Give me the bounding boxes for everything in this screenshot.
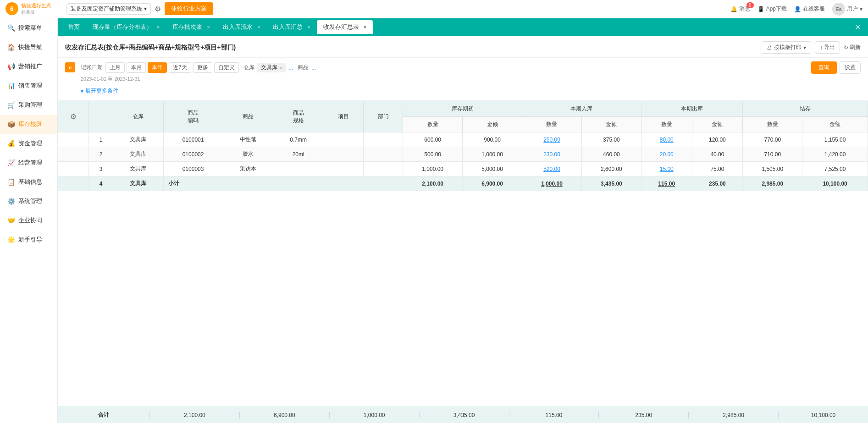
subtotal-in-qty[interactable]: 1,000.00 [522,176,582,191]
system-selector[interactable]: 装备及固定资产辅助管理系统 ▾ [66,3,151,15]
warehouse-tag-close[interactable]: × [279,65,282,71]
sidebar-item-purchase[interactable]: 🛒 采购管理 [0,95,57,115]
service-icon: 👤 [794,6,801,12]
tab-inout-summary[interactable]: 出入库汇总 × [266,20,316,34]
subtotal-out-qty[interactable]: 115.00 [641,176,692,191]
content-area: 收发存汇总表(按仓库+商品编码+商品+规格型号+项目+部门) 🖨 按模板打印 ▾… [58,36,868,423]
list-icon: 📋 [7,178,15,186]
sidebar-label-operation: 经营管理 [18,159,42,167]
row-in-qty[interactable]: 520.00 [522,162,582,176]
tab-inventory-dist[interactable]: 现存量（库存分布表） × [86,20,166,34]
sidebar-item-enterprise[interactable]: 🤝 企业协同 [0,211,57,230]
logo-name: 畅捷通好生意 [21,2,51,9]
settings-icon[interactable]: ⚙ [155,5,161,13]
date-range-text: 2023-01-01 至 2023-12-31 [81,76,140,82]
sidebar-item-newguide[interactable]: 🌟 新手引导 [0,230,57,249]
trial-button[interactable]: 体验行业方案 [165,2,213,15]
tab-close-icon[interactable]: × [257,24,260,30]
row-spec: 0.7mm [273,132,324,147]
date-btn-this-month[interactable]: 本月 [127,62,146,73]
subtotal-start-qty: 2,100.00 [403,176,463,191]
print-template-button[interactable]: 🖨 按模板打印 ▾ [762,41,811,54]
query-button[interactable]: 查询 [811,61,837,74]
row-settings [58,147,89,162]
th-goods: 商品 [223,101,273,132]
user-area[interactable]: Ea 用户 ▾ [832,3,862,16]
warehouse-tag-name: 文具库 [261,64,277,71]
table-row: 3 文具库 0100003 采访本 1,000.00 5,000.00 520.… [58,162,868,176]
megaphone-icon: 📢 [7,63,15,70]
header-right: 🔔 消息 6 📱 App下载 👤 在线客服 Ea 用户 ▾ [730,3,862,16]
dropdown-icon: ▾ [144,5,147,12]
tab-home[interactable]: 首页 [61,20,86,34]
subtotal-label: 小计 [163,176,403,191]
date-btn-this-year[interactable]: 本年 [148,62,167,73]
tab-home-label: 首页 [68,23,80,31]
row-no: 2 [89,147,113,162]
tab-close-icon[interactable]: × [307,24,310,30]
th-settings[interactable]: ⚙ [58,101,89,132]
date-btn-last-month[interactable]: 上月 [105,62,125,73]
goods-ellipsis[interactable]: ... [311,65,316,71]
row-out-amt: 75.00 [692,162,743,176]
sidebar-item-system[interactable]: ⚙️ 系统管理 [0,192,57,211]
sidebar-item-finance[interactable]: 💰 资金管理 [0,134,57,153]
app-download[interactable]: 📱 App下载 [757,5,787,13]
sidebar-item-quicknav[interactable]: 🏠 快捷导航 [0,38,57,57]
refresh-button[interactable]: ↻ 刷新 [844,44,861,51]
row-code: 0100002 [163,147,223,162]
sidebar-item-inventory[interactable]: 📦 库存核算 [0,115,57,134]
row-in-amt: 460.00 [581,147,641,162]
row-out-qty[interactable]: 20.00 [641,147,692,162]
sidebar-item-operation[interactable]: 📈 经营管理 [0,153,57,172]
th-out-qty: 数量 [641,117,692,132]
tab-close-icon[interactable]: × [207,24,210,30]
tab-close-icon[interactable]: × [157,24,160,30]
th-start-amt: 金额 [463,117,522,132]
filter-toggle-button[interactable]: » [65,62,75,72]
tab-batch[interactable]: 库存批次账 × [166,20,216,34]
row-goods: 采访本 [223,162,273,176]
footer-in-qty: 1,000.00 [329,412,419,418]
footer-out-qty: 115.00 [509,412,599,418]
chevron-down-icon: ▾ [81,88,83,94]
row-in-qty[interactable]: 230.00 [522,147,582,162]
row-in-amt: 375.00 [581,132,641,147]
date-btn-custom[interactable]: 自定义 [214,62,239,73]
row-start-amt: 900.00 [463,132,522,147]
row-bal-qty: 770.00 [743,132,802,147]
sidebar-item-marketing[interactable]: 📢 营销推广 [0,57,57,76]
goods-filter: 商品 ... [298,64,316,71]
tab-inout-flow[interactable]: 出入库流水 × [216,20,266,34]
date-btn-7days[interactable]: 近7天 [169,62,191,73]
row-in-qty[interactable]: 250.00 [522,132,582,147]
row-out-qty[interactable]: 15.00 [641,162,692,176]
tab-bar: 首页 现存量（库存分布表） × 库存批次账 × 出入库流水 × 出入库汇总 × … [58,18,868,36]
row-spec: 20ml [273,147,324,162]
bottom-footer: 合计 2,100.00 6,900.00 1,000.00 3,435.00 1… [58,407,868,423]
sales-icon: 📊 [7,82,15,89]
tab-receive-summary[interactable]: 收发存汇总表 × [317,20,373,34]
sidebar-item-sales[interactable]: 📊 销售管理 [0,76,57,95]
notifications[interactable]: 🔔 消息 6 [730,5,750,13]
th-code: 商品编码 [163,101,223,132]
sidebar-item-basic[interactable]: 📋 基础信息 [0,172,57,192]
th-in-amt: 金额 [581,117,641,132]
row-out-qty[interactable]: 80.00 [641,132,692,147]
money-icon: 💰 [7,140,15,147]
expand-conditions-button[interactable]: ▾ 展开更多条件 [81,85,861,97]
sidebar-item-search[interactable]: 🔍 搜索菜单 [0,18,57,38]
row-start-qty: 600.00 [403,132,463,147]
footer-in-amt: 3,435.00 [419,412,509,418]
export-button[interactable]: ↑ 导出 [815,41,840,54]
online-service[interactable]: 👤 在线客服 [794,5,825,13]
column-settings-icon[interactable]: ⚙ [70,113,77,121]
th-inventory-start: 库存期初 [403,101,522,117]
warehouse-ellipsis[interactable]: ... [288,65,293,71]
sidebar: 🔍 搜索菜单 🏠 快捷导航 📢 营销推广 📊 销售管理 🛒 采购管理 📦 库存核… [0,18,58,423]
tab-close-icon[interactable]: × [364,24,366,30]
tab-bar-close-icon[interactable]: ✕ [851,23,864,32]
date-btn-more[interactable]: 更多 [193,62,212,73]
system-title: 装备及固定资产辅助管理系统 [71,5,142,13]
settings-button[interactable]: 设置 [840,61,861,74]
